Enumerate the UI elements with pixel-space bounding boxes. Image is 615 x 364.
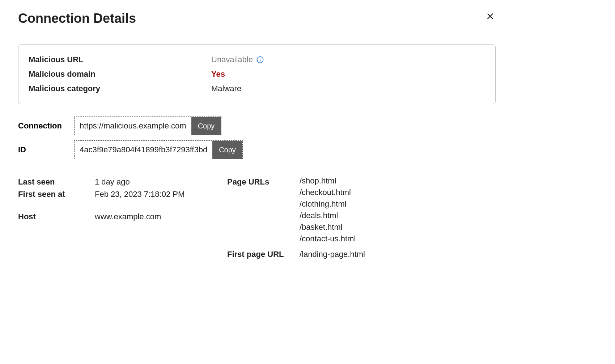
malicious-url-value: Unavailable [211,55,253,64]
page-url-item: /deals.html [300,211,356,220]
malicious-url-label: Malicious URL [29,55,211,64]
last-seen-value: 1 day ago [95,177,130,187]
host-value: www.example.com [95,212,161,221]
connection-label: Connection [18,121,74,131]
page-urls-row: Page URLs /shop.html /checkout.html /clo… [227,177,496,247]
malicious-domain-row: Malicious domain Yes [29,67,485,81]
id-label: ID [18,145,74,155]
malicious-category-row: Malicious category Malware [29,81,485,96]
page-urls-label: Page URLs [227,177,300,187]
info-icon[interactable] [256,56,264,63]
first-page-url-value: /landing-page.html [300,250,365,259]
first-seen-at-label: First seen at [18,190,95,199]
id-value: 4ac3f9e79a804f41899fb3f7293ff3bd [75,141,212,159]
copy-id-button[interactable]: Copy [212,141,242,159]
malicious-domain-label: Malicious domain [29,69,211,79]
close-icon [486,12,494,20]
host-row: Host www.example.com [18,212,227,221]
page-url-item: /clothing.html [300,199,356,209]
svg-point-3 [260,58,260,59]
first-seen-at-value: Feb 23, 2023 7:18:02 PM [95,190,184,199]
malicious-info-card: Malicious URL Unavailable Malicious doma… [18,44,496,104]
first-seen-at-row: First seen at Feb 23, 2023 7:18:02 PM [18,190,227,199]
malicious-category-label: Malicious category [29,84,211,93]
details-section: Last seen 1 day ago First seen at Feb 23… [18,177,496,262]
first-page-url-label: First page URL [227,250,300,259]
last-seen-row: Last seen 1 day ago [18,177,227,187]
page-url-item: /contact-us.html [300,234,356,244]
malicious-category-value: Malware [211,84,241,93]
malicious-url-row: Malicious URL Unavailable [29,52,485,67]
copy-connection-button[interactable]: Copy [191,117,221,135]
malicious-domain-value: Yes [211,69,225,79]
last-seen-label: Last seen [18,177,95,187]
connection-row: Connection https://malicious.example.com… [18,117,496,135]
host-label: Host [18,212,95,221]
page-url-item: /basket.html [300,223,356,232]
id-row: ID 4ac3f9e79a804f41899fb3f7293ff3bd Copy [18,140,496,159]
first-page-url-row: First page URL /landing-page.html [227,250,496,259]
page-urls-list: /shop.html /checkout.html /clothing.html… [300,176,356,244]
page-url-item: /shop.html [300,176,356,186]
close-button[interactable] [485,11,496,23]
page-title: Connection Details [18,11,136,26]
page-url-item: /checkout.html [300,188,356,197]
connection-value: https://malicious.example.com [75,117,191,135]
